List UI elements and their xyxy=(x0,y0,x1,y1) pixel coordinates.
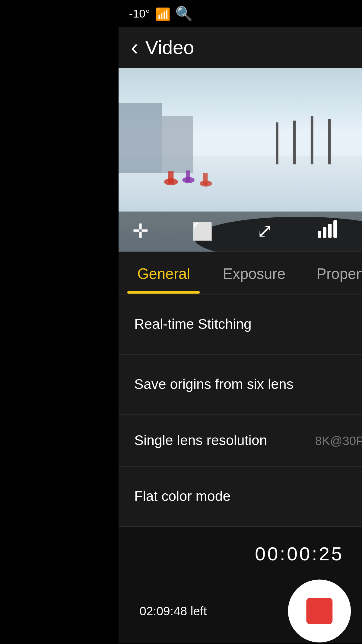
svg-rect-11 xyxy=(168,171,173,184)
temperature: -10° xyxy=(129,7,150,20)
svg-rect-3 xyxy=(162,116,193,173)
audio-bars-icon[interactable] xyxy=(316,219,340,245)
timer-display: 00:00:25 xyxy=(119,543,362,566)
svg-rect-2 xyxy=(119,103,162,173)
search-icon: 🔍 xyxy=(175,5,193,22)
save-origins-label: Save origins from six lens xyxy=(134,377,294,392)
svg-rect-22 xyxy=(323,227,326,238)
vr-icon[interactable]: ⬜ xyxy=(192,221,213,242)
bottom-controls: 02:09:48 left xyxy=(119,579,362,642)
single-lens-resolution-value[interactable]: 8K@30F(6 * 3840x2160) ▼ xyxy=(315,434,362,447)
setting-realtime-stitching: Real-time Stitching xyxy=(119,295,362,355)
wifi-icon: 📶 xyxy=(155,7,170,21)
top-bar: ‹ Video 87% xyxy=(119,27,362,68)
tab-exposure[interactable]: Exposure xyxy=(209,252,300,294)
crosshair-icon[interactable]: ✛ xyxy=(132,220,148,243)
tab-property[interactable]: Property xyxy=(299,252,362,294)
video-controls: ✛ ⬜ ⤢ 🔊 ✕ xyxy=(119,212,362,252)
setting-flat-color-mode: Flat color mode xyxy=(119,467,362,527)
time-left-label: 02:09:48 left xyxy=(139,604,207,618)
page-title: Video xyxy=(145,36,194,59)
tab-general[interactable]: General xyxy=(119,252,209,294)
bottom-section: 00:00:25 02:09:48 left xyxy=(119,527,362,643)
svg-rect-8 xyxy=(328,119,331,165)
video-area[interactable]: 0.00 fps ✛ ⬜ ⤢ 🔊 ✕ xyxy=(119,68,362,252)
setting-save-origins: Save origins from six lens xyxy=(119,355,362,415)
settings-list: Real-time Stitching Save origins from si… xyxy=(119,295,362,527)
svg-rect-23 xyxy=(328,224,332,238)
svg-rect-7 xyxy=(311,116,313,164)
status-left: -10° 📶 🔍 xyxy=(129,5,193,22)
single-lens-resolution-label: Single lens resolution xyxy=(134,433,267,448)
svg-rect-13 xyxy=(186,171,190,182)
top-bar-left: ‹ Video xyxy=(131,34,194,61)
flat-color-mode-label: Flat color mode xyxy=(134,489,230,504)
svg-rect-6 xyxy=(293,121,296,165)
expand-icon[interactable]: ⤢ xyxy=(257,220,272,243)
svg-rect-24 xyxy=(333,220,337,238)
realtime-stitching-label: Real-time Stitching xyxy=(134,316,252,332)
back-button[interactable]: ‹ xyxy=(131,34,138,61)
record-stop-icon xyxy=(306,598,332,624)
setting-single-lens-resolution[interactable]: Single lens resolution 8K@30F(6 * 3840x2… xyxy=(119,415,362,467)
status-bar: -10° 📶 🔍 4G 10:17 xyxy=(119,0,362,27)
record-button[interactable] xyxy=(287,579,350,642)
svg-rect-15 xyxy=(203,173,208,185)
svg-rect-21 xyxy=(317,231,321,238)
tabs-bar: General Exposure Property Curves xyxy=(119,252,362,295)
svg-rect-9 xyxy=(276,122,278,164)
